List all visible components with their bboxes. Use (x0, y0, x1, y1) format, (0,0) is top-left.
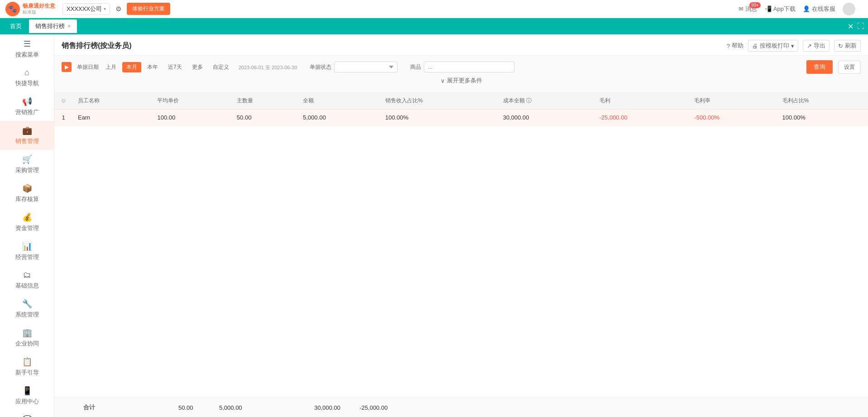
basic-info-icon: 🗂 (23, 270, 31, 280)
cell-rank: 1 (54, 110, 72, 126)
sidebar-item-enterprise[interactable]: 🏢 企业协同 (0, 323, 54, 352)
expand-more-row[interactable]: ∨ 展开更多条件 (62, 74, 861, 87)
sidebar: ☰ 搜索菜单 ⌂ 快捷导航 📢 营销推广 💼 销售管理 🛒 采购管理 📦 库存核… (0, 34, 54, 417)
sidebar-item-wechat[interactable]: 💬 企业微信 (0, 410, 54, 417)
date-filter-label: 单据日期 (77, 63, 99, 71)
export-icon: ↗ (807, 43, 812, 49)
date-tab-custom[interactable]: 自定义 (209, 62, 233, 72)
cell-revenue-pct: 100.00% (380, 110, 498, 126)
column-settings-button[interactable]: 设置 (838, 61, 861, 74)
sidebar-item-purchase[interactable]: 🛒 采购管理 (0, 150, 54, 179)
sidebar-item-system[interactable]: 🔧 系统管理 (0, 294, 54, 323)
guide-icon: 📋 (22, 357, 32, 367)
footer-label: 合计 (78, 402, 132, 413)
sidebar-item-basic[interactable]: 🗂 基础信息 (0, 266, 54, 294)
sidebar-item-basic-label: 基础信息 (15, 282, 39, 290)
col-employee: 员工名称 (72, 92, 152, 110)
notification-badge: 99+ (749, 2, 761, 8)
sidebar-item-operations[interactable]: 📊 经营管理 (0, 237, 54, 266)
col-revenue-pct: 销售收入占比% (380, 92, 498, 110)
date-tab-more[interactable]: 更多 (188, 62, 207, 72)
inventory-icon: 📦 (22, 183, 32, 193)
sidebar-item-inventory[interactable]: 📦 库存核算 (0, 179, 54, 208)
col-gross-pct: 毛利占比% (777, 92, 868, 110)
sidebar-item-system-label: 系统管理 (15, 311, 39, 319)
system-icon: 🔧 (22, 299, 32, 309)
support-icon: 👤 (803, 5, 810, 12)
company-selector[interactable]: XXXXXX公司 ▾ (62, 3, 110, 15)
sidebar-item-inventory-label: 库存核算 (15, 195, 39, 203)
app-title: 畅康通好生意 (23, 3, 55, 9)
col-main-qty: 主数量 (231, 92, 297, 110)
sidebar-item-sales-label: 销售管理 (15, 137, 39, 145)
sidebar-item-shortcut-label: 快捷导航 (15, 79, 39, 87)
date-tab-7days[interactable]: 近7天 (164, 62, 186, 72)
app-download-button[interactable]: 📲 App下载 (764, 5, 796, 13)
status-filter-label: 单据状态 (310, 63, 331, 71)
sidebar-item-guide[interactable]: 📋 新手引导 (0, 352, 54, 381)
page-header: 销售排行榜(按业务员) ? 帮助 🖨 按模板打印 ▾ ↗ 导出 (54, 34, 868, 56)
main-layout: ☰ 搜索菜单 ⌂ 快捷导航 📢 营销推广 💼 销售管理 🛒 采购管理 📦 库存核… (0, 34, 868, 417)
sidebar-item-shortcut[interactable]: ⌂ 快捷导航 (0, 63, 54, 92)
marketing-icon: 📢 (22, 96, 32, 106)
refresh-label: 刷新 (845, 42, 857, 50)
top-right-area: ✉ 消息 99+ 📲 App下载 👤 在线客服 (739, 3, 863, 15)
filter-toggle-button[interactable]: ▶ (62, 62, 72, 72)
cell-gross-profit: -25,000.00 (594, 110, 689, 126)
status-select[interactable] (334, 62, 398, 72)
footer-main-qty: 50.00 (173, 403, 214, 413)
sidebar-item-sales[interactable]: 💼 销售管理 (0, 121, 54, 150)
app-sub: 标准版 (23, 10, 55, 15)
sidebar-item-marketing[interactable]: 📢 营销推广 (0, 92, 54, 121)
help-button[interactable]: ? 帮助 (727, 42, 743, 50)
tab-label: 销售排行榜 (35, 22, 65, 30)
date-range-display: 2023-06-01 至 2023-06-30 (239, 64, 297, 71)
cell-gross-rate: -500.00% (689, 110, 777, 126)
notification-button[interactable]: ✉ 消息 99+ (739, 5, 757, 13)
cell-cost-total: 30,000.00 (498, 110, 594, 126)
print-template-button[interactable]: 🖨 按模板打印 ▾ (748, 40, 798, 52)
sidebar-item-purchase-label: 采购管理 (15, 166, 39, 174)
tab-close-window-button[interactable]: ✕ (848, 22, 854, 31)
sidebar-item-enterprise-label: 企业协同 (15, 340, 39, 348)
col-settings-icon[interactable]: ⚙ (54, 92, 72, 110)
col-avg-price: 平均单价 (152, 92, 231, 110)
avatar[interactable] (843, 3, 855, 15)
date-tab-this-month[interactable]: 本月 (122, 62, 141, 72)
trial-button[interactable]: 体验行业方案 (127, 3, 170, 15)
tab-bar-right: ✕ ⛶ (848, 22, 864, 31)
date-tab-last-month[interactable]: 上月 (101, 62, 120, 72)
refresh-button[interactable]: ↻ 刷新 (834, 40, 861, 52)
download-icon: 📲 (764, 5, 772, 12)
cell-employee-name: Eam (72, 110, 152, 126)
sidebar-item-search[interactable]: ☰ 搜索菜单 (0, 34, 54, 63)
tab-close-icon[interactable]: × (67, 23, 71, 29)
date-tab-this-year[interactable]: 本年 (143, 62, 162, 72)
date-tab-group: 上月 本月 本年 近7天 更多 自定义 (101, 62, 233, 72)
tab-maximize-button[interactable]: ⛶ (857, 22, 864, 31)
tab-sales-ranking[interactable]: 销售排行榜 × (29, 19, 77, 33)
chevron-down-icon: ▾ (104, 6, 106, 11)
tab-home[interactable]: 首页 (4, 19, 28, 33)
expand-label: 展开更多条件 (447, 77, 482, 85)
sidebar-item-apps[interactable]: 📱 应用中心 (0, 381, 54, 410)
purchase-icon: 🛒 (22, 154, 32, 164)
footer-cost-total: 30,000.00 (309, 403, 354, 413)
sidebar-item-finance[interactable]: 💰 资金管理 (0, 208, 54, 237)
page-title: 销售排行榜(按业务员) (62, 41, 132, 51)
query-button[interactable]: 查询 (806, 60, 833, 74)
print-label: 按模板打印 (760, 42, 789, 50)
page-container: 销售排行榜(按业务员) ? 帮助 🖨 按模板打印 ▾ ↗ 导出 (54, 34, 868, 417)
apps-icon: 📱 (22, 386, 32, 396)
online-support-button[interactable]: 👤 在线客服 (803, 5, 835, 13)
table-footer: 合计 50.00 5,000.00 30,000.00 -25,000.00 (54, 398, 868, 417)
col-gross-profit: 毛利 (594, 92, 689, 110)
refresh-icon: ↻ (838, 43, 843, 49)
goods-input[interactable] (424, 62, 514, 72)
goods-filter-label: 商品 (410, 63, 421, 71)
home-icon: ⌂ (24, 68, 29, 77)
settings-gear-button[interactable]: ⚙ (114, 3, 123, 15)
sidebar-item-operations-label: 经营管理 (15, 253, 39, 261)
status-filter: 单据状态 (310, 62, 398, 72)
export-button[interactable]: ↗ 导出 (803, 40, 830, 52)
